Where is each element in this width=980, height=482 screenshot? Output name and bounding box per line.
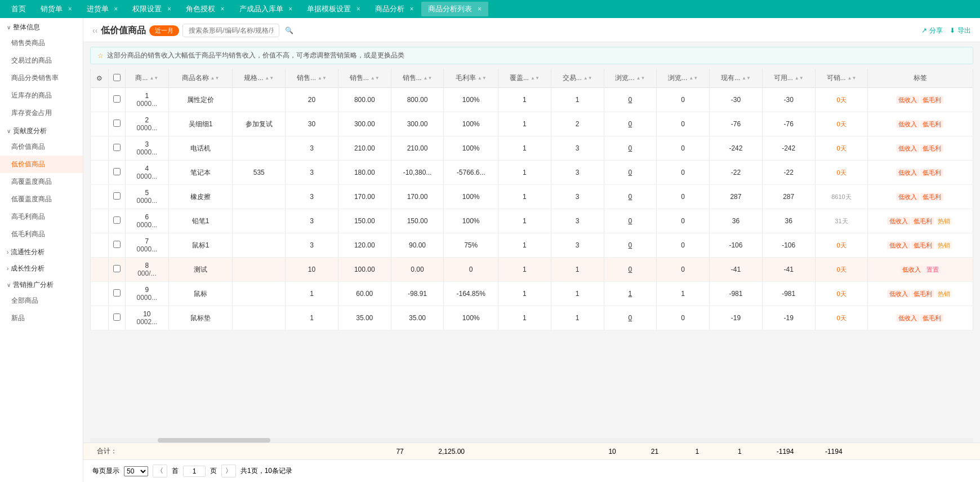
page-number-input[interactable]: [183, 466, 206, 477]
nav-template[interactable]: 单据模板设置 ×: [300, 2, 367, 16]
cell-tags: 低收入低毛利热销: [868, 282, 973, 306]
search-input[interactable]: [182, 24, 279, 37]
sidebar-group-growth[interactable]: › 成长性分析: [0, 259, 83, 276]
cell-view2: 0: [657, 233, 710, 258]
view1-link[interactable]: 0: [629, 314, 632, 322]
nav-products-in[interactable]: 产成品入库单 ×: [233, 2, 300, 16]
cell-tags: 低收入低毛利: [868, 112, 973, 136]
row-checkbox[interactable]: [113, 192, 121, 200]
cell-saleable: 31天: [815, 209, 868, 233]
sidebar-item-all-goods[interactable]: 全部商品: [0, 292, 83, 309]
cell-view1[interactable]: 0: [604, 88, 657, 112]
share-button[interactable]: ↗ 分享: [921, 26, 943, 36]
row-checkbox[interactable]: [113, 216, 121, 224]
cell-view1[interactable]: 0: [604, 258, 657, 282]
nav-analysis[interactable]: 商品分析 ×: [368, 2, 421, 16]
cell-gross-margin: 0: [444, 258, 498, 282]
select-all-checkbox[interactable]: [113, 74, 121, 81]
row-checkbox[interactable]: [113, 168, 121, 175]
sidebar-item-low-value[interactable]: 低价值商品: [0, 156, 83, 173]
view1-link[interactable]: 0: [629, 217, 632, 225]
nav-roles[interactable]: 角色授权 ×: [179, 2, 231, 16]
view1-link[interactable]: 1: [629, 290, 632, 298]
cell-trade: 3: [551, 209, 604, 233]
sidebar-group-marketing[interactable]: ∨ 营销推广分析: [0, 276, 83, 292]
row-checkbox[interactable]: [113, 265, 121, 272]
sidebar-item-category-rate[interactable]: 商品分类销售率: [0, 69, 83, 87]
cell-view1[interactable]: 0: [604, 136, 657, 161]
row-checkbox[interactable]: [113, 144, 121, 151]
sidebar-item-high-value[interactable]: 高价值商品: [0, 138, 83, 156]
cell-checkbox[interactable]: [109, 185, 126, 209]
cell-view1[interactable]: 0: [604, 161, 657, 185]
sidebar-item-sales-goods[interactable]: 销售类商品: [0, 34, 83, 52]
view1-link[interactable]: 0: [629, 193, 632, 201]
row-checkbox[interactable]: [113, 289, 121, 297]
sidebar-item-traded[interactable]: 交易过的商品: [0, 52, 83, 69]
sidebar-item-near-inventory[interactable]: 近库存的商品: [0, 87, 83, 104]
sidebar-item-low-margin[interactable]: 低毛利商品: [0, 225, 83, 243]
cell-checkbox[interactable]: [109, 282, 126, 306]
horizontal-scrollbar[interactable]: [90, 438, 973, 443]
sidebar-group-circulation[interactable]: › 流通性分析: [0, 243, 83, 259]
table-row: 20000... 吴细细1 参加复试 30 300.00 300.00 100%…: [91, 112, 973, 136]
sidebar-item-low-coverage[interactable]: 低覆盖度商品: [0, 191, 83, 208]
cell-view2: 0: [657, 306, 710, 330]
th-tags: 标签: [868, 69, 973, 88]
cell-checkbox[interactable]: [109, 258, 126, 282]
cell-view1[interactable]: 0: [604, 209, 657, 233]
search-icon[interactable]: 🔍: [285, 26, 293, 34]
nav-sales[interactable]: 销货单 ×: [34, 2, 79, 16]
export-button[interactable]: ⬇ 导出: [950, 26, 971, 36]
filter-tag-button[interactable]: 近一月: [149, 25, 179, 36]
view1-link[interactable]: 0: [629, 144, 632, 152]
th-checkbox[interactable]: [109, 69, 126, 88]
sidebar-group-overall[interactable]: ∨ 整体信息: [0, 18, 83, 34]
row-checkbox[interactable]: [113, 313, 121, 321]
next-page-btn[interactable]: 〉: [221, 465, 236, 477]
sidebar-item-high-coverage[interactable]: 高覆盖度商品: [0, 173, 83, 191]
view1-link[interactable]: 0: [629, 120, 632, 128]
view1-link[interactable]: 0: [629, 266, 632, 273]
cell-view1[interactable]: 0: [604, 306, 657, 330]
th-setting[interactable]: ⚙: [91, 69, 109, 88]
cell-view1[interactable]: 0: [604, 112, 657, 136]
cell-sale-amount: 300.00: [391, 112, 444, 136]
view1-link[interactable]: 0: [629, 169, 632, 176]
sidebar-item-high-margin[interactable]: 高毛利商品: [0, 208, 83, 225]
cell-checkbox[interactable]: [109, 88, 126, 112]
total-sale-price: 2,125.00: [421, 448, 482, 456]
page-indicator: 首: [172, 466, 179, 476]
sidebar-group-contribution[interactable]: ∨ 贡献度分析: [0, 122, 83, 138]
cell-current: -106: [710, 233, 763, 258]
view1-link[interactable]: 0: [629, 241, 632, 249]
sidebar-item-inventory-capital[interactable]: 库存资金占用: [0, 104, 83, 122]
row-checkbox[interactable]: [113, 241, 121, 248]
cell-checkbox[interactable]: [109, 161, 126, 185]
row-checkbox[interactable]: [113, 95, 121, 103]
sidebar-item-new-goods[interactable]: 新品: [0, 309, 83, 327]
tag-label: 低收入: [900, 266, 923, 273]
cell-view1[interactable]: 0: [604, 233, 657, 258]
scrollbar-thumb[interactable]: [158, 438, 270, 443]
cell-checkbox[interactable]: [109, 306, 126, 330]
per-page-select[interactable]: 50 100 200: [124, 466, 148, 476]
nav-permissions[interactable]: 权限设置 ×: [126, 2, 178, 16]
cell-view1[interactable]: 0: [604, 185, 657, 209]
cell-view1[interactable]: 1: [604, 282, 657, 306]
first-page-btn[interactable]: 〈: [153, 465, 167, 477]
nav-home[interactable]: 首页: [5, 2, 33, 16]
row-checkbox[interactable]: [113, 120, 121, 127]
cell-checkbox[interactable]: [109, 112, 126, 136]
collapse-sidebar-btn[interactable]: ‹‹: [92, 26, 97, 35]
nav-purchase[interactable]: 进货单 ×: [80, 2, 125, 16]
cell-checkbox[interactable]: [109, 136, 126, 161]
cell-gross-margin: 100%: [444, 306, 498, 330]
view1-link[interactable]: 0: [629, 96, 632, 104]
nav-analysis-list[interactable]: 商品分析列表 ×: [421, 2, 488, 16]
table-header-row: ⚙ 商... ▲▼ 商品名称 ▲▼ 规格... ▲▼ 销售... ▲▼: [91, 69, 973, 88]
cell-saleable: 0天: [815, 88, 868, 112]
cell-checkbox[interactable]: [109, 209, 126, 233]
cell-coverage: 1: [498, 88, 551, 112]
cell-checkbox[interactable]: [109, 233, 126, 258]
